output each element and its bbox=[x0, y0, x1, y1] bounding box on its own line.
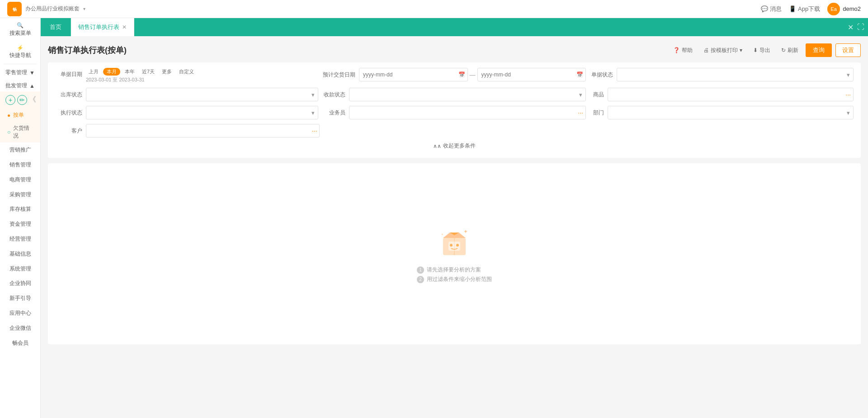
payment-status-wrapper bbox=[349, 88, 586, 101]
date-quick-btns: 上月 本月 本年 近7天 更多 自定义 bbox=[86, 68, 318, 76]
sidebar-item-basic[interactable]: 基础信息 bbox=[0, 247, 40, 261]
search-icon: 🔍 bbox=[17, 22, 24, 29]
forecast-start-input[interactable] bbox=[359, 68, 468, 81]
empty-hints: 1 请先选择要分析的方案 2 用过滤条件来缩小分析范围 bbox=[417, 266, 492, 285]
outbound-status-select[interactable] bbox=[86, 88, 318, 101]
sidebar-item-ecommerce[interactable]: 电商管理 bbox=[0, 172, 40, 187]
template-print-button[interactable]: 🖨 按模板打印 ▾ bbox=[700, 45, 746, 56]
export-icon: ⬇ bbox=[753, 47, 758, 53]
product-input-wrapper: ··· bbox=[608, 88, 854, 101]
edit-plan-button[interactable]: ✏ bbox=[17, 95, 27, 105]
date-separator: — bbox=[470, 71, 476, 78]
order-status-label: 单据状态 bbox=[590, 71, 613, 79]
collapse-plan-button[interactable]: 《 bbox=[29, 95, 36, 105]
add-plan-button[interactable]: + bbox=[5, 95, 15, 105]
outbound-status-field: 出库状态 bbox=[55, 88, 318, 101]
sidebar-divider-1 bbox=[4, 64, 37, 64]
page-actions: ❓ 帮助 🖨 按模板打印 ▾ ⬇ 导出 ↻ 刷新 bbox=[670, 43, 861, 57]
sidebar-item-inventory[interactable]: 库存核算 bbox=[0, 202, 40, 217]
customer-dots-icon[interactable]: ··· bbox=[312, 127, 317, 134]
payment-status-field: 收款状态 bbox=[323, 88, 586, 101]
wholesale-sub-header: + ✏ 《 bbox=[0, 91, 40, 109]
salesperson-dots-icon[interactable]: ··· bbox=[578, 109, 583, 116]
sidebar-item-quicknav[interactable]: ⚡ 快捷导航 bbox=[0, 41, 40, 63]
dept-field: 部门 bbox=[590, 106, 854, 119]
export-button[interactable]: ⬇ 导出 bbox=[750, 45, 774, 56]
date-btn-7days[interactable]: 近7天 bbox=[139, 68, 157, 76]
svg-text:✦: ✦ bbox=[441, 233, 444, 237]
date-btn-custom[interactable]: 自定义 bbox=[176, 68, 197, 76]
top-bar-right: 💬 消息 📱 App下载 Ea demo2 bbox=[761, 3, 861, 15]
product-label: 商品 bbox=[590, 91, 604, 99]
salesperson-input-wrapper: ··· bbox=[349, 106, 586, 119]
date-btn-this-month[interactable]: 本月 bbox=[103, 68, 120, 76]
sidebar-item-enterprise[interactable]: 企业协同 bbox=[0, 276, 40, 291]
outbound-status-label: 出库状态 bbox=[55, 91, 82, 99]
filter-panel: 单据日期 上月 本月 本年 近7天 更多 自定义 2023-03-0 bbox=[48, 62, 861, 158]
help-button[interactable]: ❓ 帮助 bbox=[670, 45, 696, 56]
sidebar-sub-item-order[interactable]: ● 按单 bbox=[0, 109, 40, 122]
svg-text:畅: 畅 bbox=[13, 7, 17, 12]
tab-maximize-icon[interactable]: ⛶ bbox=[857, 23, 864, 31]
tab-home[interactable]: 首页 bbox=[41, 18, 71, 36]
sidebar-item-newbie[interactable]: 新手引导 bbox=[0, 291, 40, 306]
query-button[interactable]: 查询 bbox=[806, 43, 832, 57]
page-content: 销售订单执行表(按单) ❓ 帮助 🖨 按模板打印 ▾ ⬇ 导出 bbox=[41, 36, 868, 418]
message-button[interactable]: 💬 消息 bbox=[761, 5, 782, 13]
forecast-end-input[interactable] bbox=[477, 68, 586, 81]
date-controls: 上月 本月 本年 近7天 更多 自定义 2023-03-01 至 2023-03… bbox=[86, 68, 318, 83]
sidebar-item-operations[interactable]: 经营管理 bbox=[0, 232, 40, 247]
payment-status-label: 收款状态 bbox=[323, 91, 345, 99]
sidebar-item-vip[interactable]: 畅会员 bbox=[0, 336, 40, 351]
collapse-conditions-button[interactable]: ∧∧ 收起更多条件 bbox=[55, 139, 854, 152]
sidebar-item-purchase[interactable]: 采购管理 bbox=[0, 187, 40, 202]
product-dots-icon[interactable]: ··· bbox=[845, 91, 851, 98]
quicknav-icon: ⚡ bbox=[17, 44, 24, 52]
app-download-button[interactable]: 📱 App下载 bbox=[789, 5, 820, 13]
page-header: 销售订单执行表(按单) ❓ 帮助 🖨 按模板打印 ▾ ⬇ 导出 bbox=[48, 43, 861, 57]
outbound-status-wrapper bbox=[86, 88, 318, 101]
sidebar-item-retail[interactable]: 零售管理 ▼ bbox=[0, 65, 40, 78]
salesperson-input[interactable] bbox=[349, 106, 586, 119]
tab-sales-exec[interactable]: 销售订单执行表 ✕ bbox=[71, 18, 134, 36]
customer-input-wrapper: ··· bbox=[86, 124, 320, 138]
sidebar-item-finance[interactable]: 资金管理 bbox=[0, 217, 40, 232]
order-status-field: 单据状态 bbox=[590, 68, 854, 81]
dept-select[interactable] bbox=[608, 106, 854, 119]
sidebar-item-sales[interactable]: 销售管理 bbox=[0, 157, 40, 172]
salesperson-label: 业务员 bbox=[323, 109, 345, 117]
dept-wrapper bbox=[608, 106, 854, 119]
debt-icon: ○ bbox=[7, 129, 10, 135]
sidebar-item-wholesale[interactable]: 批发管理 ▲ bbox=[0, 78, 40, 91]
date-btn-more[interactable]: 更多 bbox=[159, 68, 175, 76]
tab-close-all-icon[interactable]: ✕ bbox=[848, 23, 854, 32]
refresh-icon: ↻ bbox=[781, 47, 786, 53]
refresh-button[interactable]: ↻ 刷新 bbox=[778, 45, 802, 56]
customer-input[interactable] bbox=[86, 124, 320, 138]
hint-num-1: 1 bbox=[417, 266, 424, 274]
date-label: 单据日期 bbox=[61, 71, 82, 78]
sidebar-item-search[interactable]: 🔍 搜索菜单 bbox=[0, 18, 40, 41]
product-input[interactable] bbox=[608, 88, 854, 101]
order-status-select[interactable] bbox=[617, 68, 854, 81]
app-title: 办公用品行业模拟账套 bbox=[25, 5, 80, 13]
exec-status-select[interactable] bbox=[86, 106, 318, 119]
avatar: Ea bbox=[827, 3, 840, 15]
date-btn-last-month[interactable]: 上月 bbox=[86, 68, 101, 76]
sidebar-item-appstore[interactable]: 应用中心 bbox=[0, 306, 40, 321]
page-title: 销售订单执行表(按单) bbox=[48, 45, 127, 56]
sidebar-item-system[interactable]: 系统管理 bbox=[0, 261, 40, 276]
date-btn-this-year[interactable]: 本年 bbox=[122, 68, 137, 76]
payment-status-select[interactable] bbox=[349, 88, 586, 101]
tab-close-icon[interactable]: ✕ bbox=[122, 24, 127, 30]
app-dropdown-icon[interactable]: ▾ bbox=[83, 6, 85, 11]
sidebar-item-wechat[interactable]: 企业微信 bbox=[0, 321, 40, 336]
sidebar-sub-item-debt[interactable]: ○ 欠货情况 bbox=[0, 122, 40, 142]
sidebar-item-marketing[interactable]: 营销推广 bbox=[0, 142, 40, 157]
settings-button[interactable]: 设置 bbox=[835, 43, 861, 57]
forecast-end-wrapper: 📅 bbox=[477, 68, 586, 81]
top-bar-left: 畅 办公用品行业模拟账套 ▾ bbox=[7, 2, 85, 16]
main-layout: 🔍 搜索菜单 ⚡ 快捷导航 零售管理 ▼ 批发管理 ▲ + ✏ 《 bbox=[0, 18, 868, 418]
customer-field: 客户 ··· bbox=[55, 124, 320, 138]
user-profile[interactable]: Ea demo2 bbox=[827, 3, 861, 15]
